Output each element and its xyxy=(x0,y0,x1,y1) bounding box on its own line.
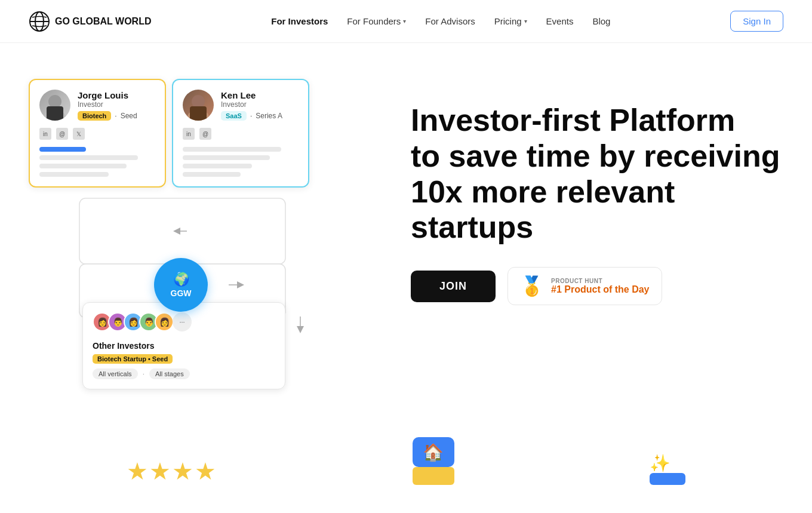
nav-links: For Investors For Founders ▾ For Advisor… xyxy=(271,16,610,26)
cta-row: JOIN 🥇 PRODUCT HUNT #1 Product of the Da… xyxy=(411,267,783,305)
jorge-info: Jorge Louis Investor Biotech · Seed xyxy=(78,90,137,121)
ggw-hub: 🌍 GGW xyxy=(154,258,208,312)
avatar-5: 👩 xyxy=(155,312,174,331)
nav-for-advisors[interactable]: For Advisors xyxy=(425,16,475,26)
nav-for-investors[interactable]: For Investors xyxy=(271,16,328,26)
email-icon: @ xyxy=(199,128,211,140)
logo-icon xyxy=(29,11,50,32)
hero-headline: Investor-first Platform to save time by … xyxy=(411,103,783,245)
globe-icon: 🌍 xyxy=(173,272,189,287)
others-badge-row: Biotech Startup • Seed xyxy=(93,354,275,364)
jorge-role: Investor xyxy=(78,100,137,109)
yellow-bar xyxy=(413,467,454,485)
line-2 xyxy=(183,155,270,160)
avatar-jorge xyxy=(39,90,70,121)
ken-name: Ken Lee xyxy=(221,90,282,100)
line-1 xyxy=(183,147,281,152)
nav-events[interactable]: Events xyxy=(546,16,574,26)
ken-badge: SaaS xyxy=(221,111,247,121)
jorge-badge: Biotech xyxy=(78,111,111,121)
svg-point-13 xyxy=(192,95,205,108)
burst-icon: ✨ xyxy=(650,453,685,473)
avatar-ken xyxy=(183,90,214,121)
stars-rating: ★★★★ xyxy=(127,457,217,485)
card-ken: Ken Lee Investor SaaS · Series A in @ xyxy=(172,79,309,188)
join-button[interactable]: JOIN xyxy=(411,271,496,302)
ken-content-lines xyxy=(183,147,299,177)
bottom-section: ★★★★ 🏠 ✨ xyxy=(0,413,812,509)
product-hunt-text: PRODUCT HUNT #1 Product of the Day xyxy=(551,278,649,295)
jorge-content-lines xyxy=(39,147,155,177)
ken-social-icons: in @ xyxy=(183,128,299,140)
bottom-burst-container: ✨ xyxy=(650,453,685,485)
svg-point-10 xyxy=(48,95,61,108)
medal-icon: 🥇 xyxy=(520,275,544,297)
line-3 xyxy=(39,172,109,177)
ggw-label: GGW xyxy=(171,288,192,298)
hero-text: Investor-first Platform to save time by … xyxy=(411,79,783,305)
ph-label-bottom: #1 Product of the Day xyxy=(551,284,649,295)
hero-illustration: Jorge Louis Investor Biotech · Seed in @… xyxy=(29,79,375,389)
line-4 xyxy=(183,172,241,177)
signin-button[interactable]: Sign In xyxy=(730,11,783,32)
tag-separator: · xyxy=(143,370,144,378)
others-avatars: 👩 👨 👩 👨 👩 ··· xyxy=(93,312,192,331)
others-tags: All verticals · All stages xyxy=(93,368,275,379)
navbar: GO GLOBAL WORLD For Investors For Founde… xyxy=(0,0,812,43)
blue-house-icon: 🏠 xyxy=(413,437,454,467)
headline-line3: 10x more relevant startups xyxy=(411,174,675,245)
tag-stages: All stages xyxy=(149,368,190,379)
startup-badge: Biotech Startup • Seed xyxy=(93,354,173,364)
ken-role: Investor xyxy=(221,100,282,109)
blue-bar xyxy=(650,473,685,485)
jorge-name: Jorge Louis xyxy=(78,90,137,100)
nav-pricing[interactable]: Pricing ▾ xyxy=(494,16,527,26)
product-hunt-badge: 🥇 PRODUCT HUNT #1 Product of the Day xyxy=(508,267,662,305)
email-icon: @ xyxy=(56,128,68,140)
headline-line1: Investor-first Platform xyxy=(411,103,735,137)
line-active xyxy=(39,147,86,152)
star-icons: ★★★★ xyxy=(127,458,217,484)
others-title: Other Investors xyxy=(93,341,275,351)
twitter-icon: 𝕏 xyxy=(73,128,85,140)
jorge-social-icons: in @ 𝕏 xyxy=(39,128,155,140)
svg-rect-3 xyxy=(79,198,285,264)
chevron-down-icon: ▾ xyxy=(524,18,527,24)
line-2 xyxy=(39,164,127,168)
ken-info: Ken Lee Investor SaaS · Series A xyxy=(221,90,282,121)
jorge-stage-dot: · xyxy=(115,112,116,120)
hero-section: Jorge Louis Investor Biotech · Seed in @… xyxy=(0,43,812,413)
card-other-investors: 👩 👨 👩 👨 👩 ··· Other Investors Biotech St… xyxy=(82,302,285,389)
card-jorge: Jorge Louis Investor Biotech · Seed in @… xyxy=(29,79,166,188)
bottom-icon-blue-container: 🏠 xyxy=(413,437,454,485)
line-3 xyxy=(183,164,252,168)
ph-label-top: PRODUCT HUNT xyxy=(551,278,649,284)
jorge-stage: Seed xyxy=(121,112,137,120)
tag-verticals: All verticals xyxy=(93,368,138,379)
svg-rect-15 xyxy=(190,106,207,121)
svg-rect-12 xyxy=(47,106,63,121)
linkedin-icon: in xyxy=(183,128,195,140)
chevron-down-icon: ▾ xyxy=(403,18,406,24)
logo-text: GO GLOBAL WORLD xyxy=(55,16,151,27)
logo[interactable]: GO GLOBAL WORLD xyxy=(29,11,151,32)
ken-stage: Series A xyxy=(256,112,282,120)
line-1 xyxy=(39,155,138,160)
nav-for-founders[interactable]: For Founders ▾ xyxy=(347,16,406,26)
ken-stage-dot: · xyxy=(250,112,252,120)
linkedin-icon: in xyxy=(39,128,51,140)
headline-line2: to save time by receiving xyxy=(411,139,780,173)
nav-blog[interactable]: Blog xyxy=(592,16,610,26)
others-more: ··· xyxy=(173,312,192,331)
